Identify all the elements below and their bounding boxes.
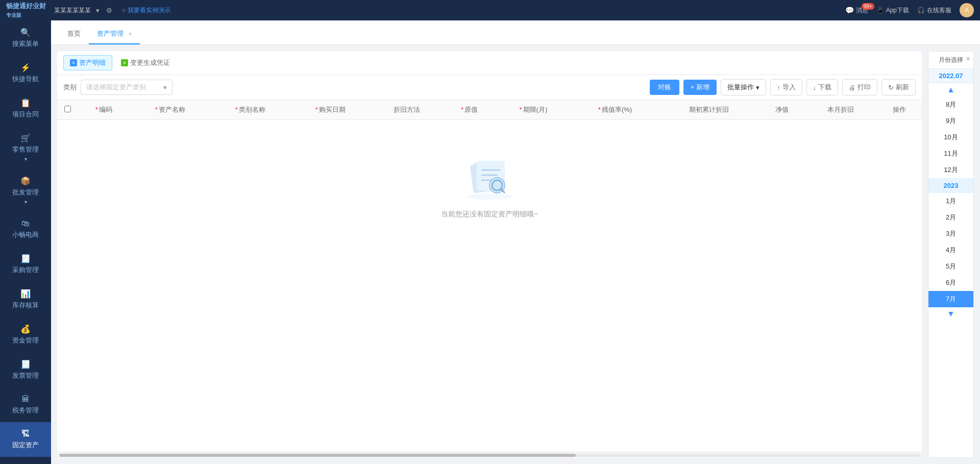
invoice-icon: 🧾 xyxy=(20,359,31,369)
tab-bar: 首页 资产管理 × xyxy=(51,20,980,45)
tab-close-icon[interactable]: × xyxy=(129,31,132,37)
print-button[interactable]: 🖨 打印 xyxy=(842,79,877,95)
sidebar-item-fixed-assets[interactable]: 🏗 固定资产 xyxy=(0,422,51,457)
month-item-feb-2023[interactable]: 2月 xyxy=(928,209,973,226)
batch-dropdown-icon: ▾ xyxy=(756,84,760,91)
refresh-icon: ↻ xyxy=(888,84,894,91)
th-operation: 操作 xyxy=(877,100,922,120)
svg-point-0 xyxy=(467,193,512,200)
online-service-button[interactable]: 🎧 在线客服 xyxy=(917,6,951,15)
download-button[interactable]: ↓ 下载 xyxy=(806,79,839,95)
month-item-jul-2023[interactable]: 7月 xyxy=(928,291,973,307)
month-item-nov-2022[interactable]: 11月 xyxy=(928,145,973,162)
demo-link[interactable]: ○ 我要看实例演示 xyxy=(122,6,170,15)
asset-detail-icon: ≡ xyxy=(70,59,77,66)
sub-tabs: ≡ 资产明细 ≡ 变更生成凭证 xyxy=(57,51,922,75)
filter-area: 类别 请选择固定资产类别 ▾ xyxy=(63,80,173,95)
purchase-icon: 🧾 xyxy=(20,254,31,263)
th-net-value: 净值 xyxy=(760,100,804,120)
month-nav-down[interactable]: ▼ xyxy=(928,307,973,321)
sub-tab-change-voucher[interactable]: ≡ 变更生成凭证 xyxy=(114,55,177,70)
toolbar: 类别 请选择固定资产类别 ▾ 对账 + 新增 批量操作 ▾ ↑ xyxy=(57,75,922,100)
th-initial-depreciation: 期初累计折旧 xyxy=(659,100,760,120)
month-item-oct-2022[interactable]: 10月 xyxy=(928,129,973,145)
quick-nav-icon: ⚡ xyxy=(20,63,31,72)
reconcile-button[interactable]: 对账 xyxy=(650,80,679,95)
batch-button[interactable]: 批量操作 ▾ xyxy=(721,79,766,95)
scrollbar-thumb[interactable] xyxy=(59,454,576,457)
main-panel: ≡ 资产明细 ≡ 变更生成凭证 类别 请选择固定资产类别 ▾ xyxy=(57,51,922,458)
sidebar-item-salary[interactable]: 💵 工资 xyxy=(0,457,51,464)
month-item-dec-2022[interactable]: 12月 xyxy=(928,162,973,178)
th-code: *编码 xyxy=(78,100,130,120)
month-item-may-2023[interactable]: 5月 xyxy=(928,258,973,275)
sidebar-item-project[interactable]: 📋 项目合同 xyxy=(0,91,51,126)
content-area: 首页 资产管理 × ≡ 资产明细 ≡ 变更生成凭证 xyxy=(51,20,980,464)
month-list: ▲ 8月 9月 10月 11月 12月 2023 1月 2月 3月 4月 5月 xyxy=(928,83,973,457)
year-label-2023: 2023 xyxy=(928,178,973,193)
sidebar-item-quick-nav[interactable]: ⚡ 快捷导航 xyxy=(0,56,51,91)
account-name: 某某某某某某 xyxy=(54,6,91,15)
sidebar-item-purchase[interactable]: 🧾 采购管理 xyxy=(0,247,51,282)
sidebar-item-tax[interactable]: 🏛 税务管理 xyxy=(0,387,51,422)
month-item-apr-2023[interactable]: 4月 xyxy=(928,242,973,258)
sidebar-item-retail[interactable]: 🛒 零售管理 ▾ xyxy=(0,126,51,169)
inventory-icon: 📊 xyxy=(20,289,31,299)
month-item-jun-2023[interactable]: 6月 xyxy=(928,275,973,291)
messages-button[interactable]: 💬 消息 99+ xyxy=(845,6,868,15)
sidebar-item-ecommerce[interactable]: 🛍 小畅电商 xyxy=(0,212,51,247)
month-item-mar-2023[interactable]: 3月 xyxy=(928,226,973,242)
th-purchase-date: *购买日期 xyxy=(290,100,371,120)
month-panel-close-icon[interactable]: × xyxy=(966,55,970,63)
top-bar: 畅捷通好业财 专业版 某某某某某某 ▾ ⚙ ○ 我要看实例演示 💬 消息 99+… xyxy=(0,0,980,20)
tab-home[interactable]: 首页 xyxy=(59,24,89,44)
month-item-aug-2022[interactable]: 8月 xyxy=(928,96,973,113)
th-depreciation-method: 折旧方法 xyxy=(371,100,443,120)
account-dropdown-icon[interactable]: ▾ xyxy=(96,7,100,14)
th-residual-rate: *残值率(%) xyxy=(571,100,659,120)
import-button[interactable]: ↑ 导入 xyxy=(770,79,802,95)
wholesale-icon: 📦 xyxy=(20,176,31,186)
select-all-checkbox[interactable] xyxy=(64,106,71,112)
nav-up-icon[interactable]: ▲ xyxy=(947,85,955,94)
filter-dropdown-icon: ▾ xyxy=(163,84,167,91)
month-nav-up[interactable]: ▲ xyxy=(928,83,973,96)
sidebar-item-inventory[interactable]: 📊 库存核算 xyxy=(0,282,51,317)
month-item-sep-2022[interactable]: 9月 xyxy=(928,113,973,129)
refresh-button[interactable]: ↻ 刷新 xyxy=(881,79,916,95)
empty-state: 当前您还没有固定资产明细哦~ xyxy=(57,120,922,250)
add-button[interactable]: + 新增 xyxy=(683,80,717,95)
print-icon: 🖨 xyxy=(849,84,855,91)
ecommerce-icon: 🛍 xyxy=(21,219,30,228)
filter-label: 类别 xyxy=(63,83,77,92)
tab-asset-management[interactable]: 资产管理 × xyxy=(89,24,140,44)
sidebar-item-wholesale[interactable]: 📦 批发管理 ▾ xyxy=(0,169,51,212)
app-download-button[interactable]: 📱 App下载 xyxy=(876,6,909,15)
page-content: ≡ 资产明细 ≡ 变更生成凭证 类别 请选择固定资产类别 ▾ xyxy=(51,45,980,464)
sidebar-item-search[interactable]: 🔍 搜索菜单 xyxy=(0,20,51,56)
month-panel-header: 月份选择 × xyxy=(928,52,973,69)
th-original-value: *原值 xyxy=(443,100,496,120)
change-voucher-icon: ≡ xyxy=(121,59,128,66)
finance-icon: 💰 xyxy=(20,324,31,334)
scrollbar-track xyxy=(59,454,920,457)
sub-tab-asset-detail[interactable]: ≡ 资产明细 xyxy=(63,55,112,70)
user-avatar[interactable]: A xyxy=(960,3,974,17)
nav-down-icon[interactable]: ▼ xyxy=(947,309,955,319)
settings-icon[interactable]: ⚙ xyxy=(105,6,114,15)
sidebar-item-invoice[interactable]: 🧾 发票管理 xyxy=(0,352,51,387)
month-panel: 月份选择 × 2022.07 ▲ 8月 9月 10月 11月 12月 xyxy=(928,51,974,458)
project-icon: 📋 xyxy=(20,98,31,108)
month-panel-title: 月份选择 xyxy=(939,56,963,64)
current-month-display: 2022.07 xyxy=(939,72,963,80)
import-icon: ↑ xyxy=(777,84,780,91)
horizontal-scrollbar[interactable] xyxy=(57,452,922,458)
empty-illustration xyxy=(459,151,520,202)
filter-select-input[interactable]: 请选择固定资产类别 ▾ xyxy=(81,80,173,95)
th-period: *期限(月) xyxy=(496,100,571,120)
download-icon: ↓ xyxy=(813,84,817,91)
sidebar-item-finance[interactable]: 💰 资金管理 xyxy=(0,317,51,352)
top-bar-right: 💬 消息 99+ 📱 App下载 🎧 在线客服 A xyxy=(845,3,974,17)
empty-text: 当前您还没有固定资产明细哦~ xyxy=(441,210,538,219)
month-item-jan-2023[interactable]: 1月 xyxy=(928,193,973,209)
